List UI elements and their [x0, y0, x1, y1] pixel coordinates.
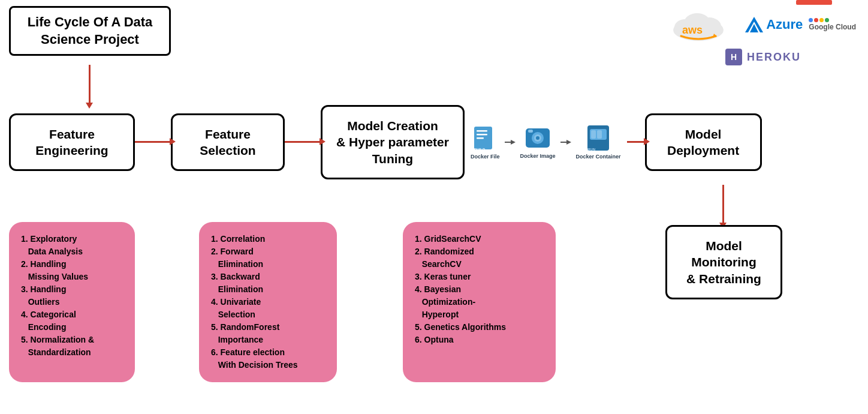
svg-point-10 — [536, 136, 540, 140]
model-creation-box: Model Creation& Hyper parameterTuning — [321, 105, 465, 179]
svg-text:aws: aws — [682, 24, 703, 36]
fs-item-2: 2. Forward — [211, 245, 325, 258]
model-monitoring-label: ModelMonitoring& Retraining — [686, 239, 761, 286]
heroku-text: HEROKU — [747, 51, 801, 64]
fs-item-5b: Importance — [211, 334, 325, 346]
svg-rect-1 — [477, 130, 487, 132]
azure-text: Azure — [766, 17, 803, 32]
fs-item-4b: Selection — [211, 308, 325, 321]
fe-item-3: 3. Handling — [21, 283, 123, 296]
arrow-fe-to-fs — [135, 141, 171, 143]
fs-item-4: 4. Univariate — [211, 296, 325, 308]
mc-item-6: 6. Optuna — [415, 334, 544, 346]
svg-text:RUN: RUN — [587, 148, 595, 151]
mc-item-4: 4. Bayesian — [415, 283, 544, 296]
fs-item-6: 6. Feature election — [211, 346, 325, 359]
arrow-title-down — [89, 65, 91, 104]
docker-container-icon: RUN — [586, 124, 610, 152]
fe-item-4: 4. Categorical — [21, 308, 123, 321]
feature-eng-label: FeatureEngineering — [35, 127, 108, 157]
google-cloud-label: Google Cloud — [809, 18, 856, 31]
fs-item-5: 5. RandomForest — [211, 321, 325, 334]
mc-item-3: 3. Keras tuner — [415, 271, 544, 283]
svg-rect-17 — [597, 130, 602, 139]
cloud-logos-area: aws Azure — [670, 5, 856, 65]
fs-list-content: 1. Correlation 2. Forward Elimination 3.… — [211, 233, 325, 371]
svg-rect-11 — [528, 130, 533, 133]
heroku-row: H HEROKU — [725, 49, 801, 65]
model-deploy-label: ModelDeployment — [667, 127, 739, 157]
azure-triangle-svg — [745, 16, 763, 34]
fe-item-5: 5. Normalization & — [21, 334, 123, 346]
docker-image-icon — [525, 125, 551, 151]
fe-list-content: 1. Exploratory Data Analysis 2. Handling… — [21, 233, 123, 359]
docker-image-item: Docker Image — [520, 125, 556, 159]
docker-file-label: Docker File — [471, 154, 500, 160]
svg-marker-13 — [566, 140, 571, 145]
flow-row: FeatureEngineering FeatureSelection Mode… — [9, 105, 762, 179]
docker-container-label: Docker Container — [576, 154, 621, 160]
fe-item-3b: Outliers — [21, 296, 123, 308]
mc-item-2: 2. Randomized — [415, 245, 544, 258]
feature-sel-list: 1. Correlation 2. Forward Elimination 3.… — [199, 222, 337, 382]
fe-item-1b: Data Analysis — [21, 245, 123, 258]
docker-file-icon: BUILD — [473, 124, 497, 152]
arrow-deploy-to-monitor — [722, 185, 724, 224]
fs-item-3: 3. Backward — [211, 271, 325, 283]
svg-text:BUILD: BUILD — [474, 148, 486, 151]
arrow-line-2 — [285, 141, 321, 143]
main-container: Life Cycle Of A Data Science Project Fea… — [0, 0, 868, 414]
docker-icons-area: BUILD Docker File Docker Image — [465, 124, 627, 160]
arrow-docker-to-deploy — [627, 141, 645, 143]
docker-file-item: BUILD Docker File — [471, 124, 500, 160]
fe-item-2b: Missing Values — [21, 271, 123, 283]
feature-engineering-box: FeatureEngineering — [9, 113, 135, 172]
title-text: Life Cycle Of A Data Science Project — [28, 14, 153, 47]
title-box: Life Cycle Of A Data Science Project — [9, 6, 171, 56]
fs-item-3b: Elimination — [211, 283, 325, 296]
docker-image-label: Docker Image — [520, 153, 556, 159]
docker-arrow-2 — [560, 138, 571, 146]
feature-selection-box: FeatureSelection — [171, 113, 285, 172]
aws-logo: aws — [670, 5, 727, 44]
svg-marker-6 — [511, 140, 516, 145]
mc-list-content: 1. GridSearchCV 2. Randomized SearchCV 3… — [415, 233, 544, 346]
aws-cloud-svg: aws — [670, 5, 727, 44]
pink-boxes-row: 1. Exploratory Data Analysis 2. Handling… — [9, 222, 668, 382]
azure-logo: Azure Google Cloud — [745, 16, 856, 34]
docker-container-item: RUN Docker Container — [576, 124, 621, 160]
model-deployment-box: ModelDeployment — [645, 113, 762, 172]
feature-eng-list: 1. Exploratory Data Analysis 2. Handling… — [9, 222, 135, 382]
heroku-icon-letter: H — [731, 52, 737, 62]
svg-rect-2 — [477, 134, 487, 136]
fs-item-2b: Elimination — [211, 258, 325, 271]
arrow-line-3 — [627, 141, 645, 143]
docker-arrow-1 — [505, 138, 516, 146]
mc-item-2b: SearchCV — [415, 258, 544, 271]
fs-item-1: 1. Correlation — [211, 233, 325, 245]
svg-rect-16 — [591, 130, 596, 139]
svg-rect-3 — [477, 137, 484, 139]
top-red-bar — [796, 0, 832, 5]
mc-item-1: 1. GridSearchCV — [415, 233, 544, 245]
mc-item-5: 5. Genetics Algorithms — [415, 321, 544, 334]
arrow-line-1 — [135, 141, 171, 143]
model-monitoring-box: ModelMonitoring& Retraining — [665, 225, 782, 299]
mc-item-4c: Hyperopt — [415, 308, 544, 321]
feature-sel-label: FeatureSelection — [200, 127, 255, 157]
fe-item-5b: Standardization — [21, 346, 123, 359]
model-creation-list: 1. GridSearchCV 2. Randomized SearchCV 3… — [403, 222, 556, 382]
model-creation-label: Model Creation& Hyper parameterTuning — [336, 119, 449, 166]
fe-item-2: 2. Handling — [21, 258, 123, 271]
fe-item-1: 1. Exploratory — [21, 233, 123, 245]
heroku-icon: H — [725, 49, 742, 65]
mc-item-4b: Optimization- — [415, 296, 544, 308]
fe-item-4b: Encoding — [21, 321, 123, 334]
fs-item-6b: With Decision Trees — [211, 359, 325, 371]
google-cloud-text: Google Cloud — [809, 23, 856, 31]
cloud-providers-row: aws Azure — [670, 5, 856, 44]
arrow-fs-to-mc — [285, 141, 321, 143]
